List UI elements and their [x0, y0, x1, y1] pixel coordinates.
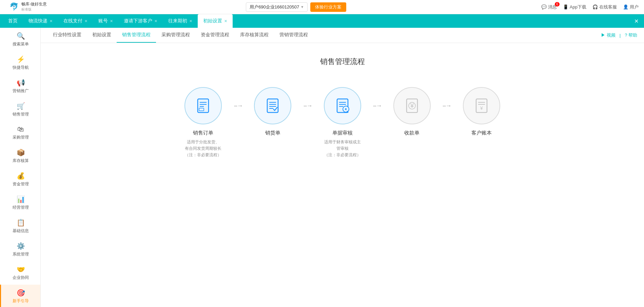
sidebar-label-operations: 经营管理	[13, 205, 29, 210]
close-icon[interactable]: ✕	[84, 19, 87, 23]
sidebar-label-finance: 资金管理	[13, 181, 29, 187]
sidebar-item-system[interactable]: ⚙️ 系统管理	[0, 238, 40, 261]
tab-home-label: 首页	[8, 18, 18, 24]
flow-node-account-book[interactable]: ¥ 客户账本	[451, 87, 512, 139]
sidebar-item-operations[interactable]: 📊 经营管理	[0, 191, 40, 214]
operations-icon: 📊	[17, 195, 25, 203]
tab-payment-label: 在线支付	[63, 18, 82, 24]
sidebar-label-quicknav: 快捷导航	[13, 65, 29, 70]
sidebar-item-purchase[interactable]: 🛍 采购管理	[0, 121, 40, 144]
close-icon[interactable]: ✕	[154, 19, 157, 23]
tab-init-settings[interactable]: 初始设置 ✕	[198, 14, 233, 28]
close-icon[interactable]: ✕	[110, 19, 113, 23]
purchase-icon: 🛍	[17, 125, 24, 133]
tab-payment[interactable]: 在线支付 ✕	[58, 14, 93, 28]
layout: 🔍 搜索菜单 ⚡ 快捷导航 📢 营销推广 🛒 销售管理 🛍 采购管理 📦 库存核…	[0, 28, 644, 307]
sidebar-label-system: 系统管理	[13, 251, 29, 257]
tab-account-label: 账号	[98, 18, 108, 24]
logo-version: 标准版	[21, 7, 47, 12]
subtab-init-label: 初始设置	[92, 32, 111, 37]
sidebar-item-quicknav[interactable]: ⚡ 快捷导航	[0, 51, 40, 75]
svg-rect-0	[198, 99, 209, 112]
messages-button[interactable]: 💬 消息 6	[541, 4, 557, 10]
flow-node-sales-order-desc: 适用于分批发货、有合同发货周期较长（注：非必要流程）	[185, 139, 221, 159]
sidebar-item-inventory[interactable]: 📦 库存核算	[0, 144, 40, 168]
video-icon: ▶	[601, 33, 605, 38]
sub-tabs: 行业特性设置 初始设置 销售管理流程 采购管理流程 资金管理流程 库存核算流程 …	[41, 28, 644, 43]
subtab-actions: ▶ 视频 | ? 帮助	[601, 32, 637, 38]
flow-node-receipt[interactable]: ¥ 收款单	[382, 87, 443, 139]
flow-arrow-1: ···→	[234, 87, 242, 109]
basicinfo-icon: 📋	[17, 219, 25, 227]
divider: |	[620, 33, 621, 38]
svg-text:¥: ¥	[410, 102, 414, 109]
top-bar-right: 💬 消息 6 📱 App下载 🎧 在线客服 👤 用户	[541, 4, 639, 10]
video-button[interactable]: ▶ 视频	[601, 32, 616, 38]
flow-node-account-book-label: 客户账本	[471, 130, 492, 136]
close-icon[interactable]: ✕	[50, 19, 53, 23]
flow-arrow-2: ···→	[303, 87, 312, 109]
trial-button[interactable]: 体验行业方案	[310, 2, 346, 12]
messages-badge: 6	[555, 2, 560, 6]
sidebar-label-marketing: 营销推广	[13, 88, 29, 94]
sidebar-item-finance[interactable]: 💰 资金管理	[0, 168, 40, 191]
subtab-marketing-flow[interactable]: 营销管理流程	[274, 28, 313, 43]
flow-content: 销售管理流程 销售订单 适用于分批发货、有合同发货周期较长（注	[41, 43, 644, 172]
collab-icon: 🤝	[17, 265, 25, 273]
nav-tabs: 首页 物流快递 ✕ 在线支付 ✕ 账号 ✕ 邀请下游客户 ✕ 往来期初 ✕ 初始…	[0, 14, 644, 28]
sidebar-label-purchase: 采购管理	[13, 135, 29, 140]
tab-logistics[interactable]: 物流快递 ✕	[23, 14, 58, 28]
subtab-finance-flow-label: 资金管理流程	[201, 32, 229, 37]
flow-node-sales-order[interactable]: 销售订单 适用于分批发货、有合同发货周期较长（注：非必要流程）	[173, 87, 234, 159]
flow-node-receipt-label: 收款单	[404, 130, 419, 136]
flow-arrow-3: ···→	[373, 87, 382, 109]
sidebar-item-basicinfo[interactable]: 📋 基础信息	[0, 214, 40, 238]
flow-node-sales-bill[interactable]: 销货单	[242, 87, 303, 139]
online-service-button[interactable]: 🎧 在线客服	[592, 4, 617, 10]
app-download-button[interactable]: 📱 App下载	[563, 4, 586, 10]
subtab-purchase-flow[interactable]: 采购管理流程	[156, 28, 195, 43]
subtab-init[interactable]: 初始设置	[87, 28, 117, 43]
flow-circle-audit	[324, 87, 361, 124]
inventory-icon: 📦	[17, 148, 25, 157]
main-content: 行业特性设置 初始设置 销售管理流程 采购管理流程 资金管理流程 库存核算流程 …	[41, 28, 644, 307]
svg-text:¥: ¥	[480, 105, 483, 111]
headset-icon: 🎧	[592, 4, 598, 9]
sidebar-item-sales[interactable]: 🛒 销售管理	[0, 98, 40, 121]
flow-node-audit[interactable]: 单据审核 适用于财务审核或主管审核（注：非必要流程）	[312, 87, 373, 159]
tab-invite-label: 邀请下游客户	[124, 18, 152, 24]
top-bar-left: 用户690企业1660120507 ▼ 体验行业方案	[246, 2, 346, 12]
sidebar-item-marketing[interactable]: 📢 营销推广	[0, 75, 40, 98]
flow-circle-receipt: ¥	[393, 87, 431, 124]
user-selector[interactable]: 用户690企业1660120507 ▼	[246, 2, 308, 12]
user-button[interactable]: 👤 用户	[623, 4, 639, 10]
marketing-icon: 📢	[17, 79, 25, 87]
subtab-industry[interactable]: 行业特性设置	[47, 28, 87, 43]
quicknav-icon: ⚡	[17, 55, 25, 63]
tab-init-settings-label: 初始设置	[203, 18, 222, 24]
sidebar-item-guide[interactable]: 🎯 新手引导	[0, 285, 40, 307]
tab-invite[interactable]: 邀请下游客户 ✕	[118, 14, 163, 28]
subtab-finance-flow[interactable]: 资金管理流程	[195, 28, 235, 43]
close-icon[interactable]: ✕	[224, 19, 227, 23]
flow-circle-sales-bill	[254, 87, 291, 124]
app-download-label: App下载	[570, 4, 586, 10]
tab-account[interactable]: 账号 ✕	[93, 14, 118, 28]
subtab-inventory-flow[interactable]: 库存核算流程	[235, 28, 274, 43]
sidebar-item-search[interactable]: 🔍 搜索菜单	[0, 28, 40, 51]
flow-arrow-4: ···→	[443, 87, 451, 109]
close-all-tabs-button[interactable]: ✕	[631, 18, 641, 24]
tab-home[interactable]: 首页	[3, 14, 23, 28]
subtab-sales-flow[interactable]: 销售管理流程	[117, 28, 156, 43]
sales-icon: 🛒	[17, 102, 25, 110]
help-button[interactable]: ? 帮助	[625, 32, 637, 38]
search-icon: 🔍	[17, 32, 25, 40]
tab-period[interactable]: 往来期初 ✕	[163, 14, 198, 28]
close-icon[interactable]: ✕	[189, 19, 192, 23]
subtab-industry-label: 行业特性设置	[53, 32, 81, 37]
user-label: 用户	[630, 4, 639, 10]
sidebar-item-collab[interactable]: 🤝 企业协同	[0, 261, 40, 285]
sidebar-label-search: 搜索菜单	[13, 41, 29, 47]
flow-node-sales-order-label: 销售订单	[193, 130, 213, 136]
svg-rect-5	[267, 99, 278, 112]
